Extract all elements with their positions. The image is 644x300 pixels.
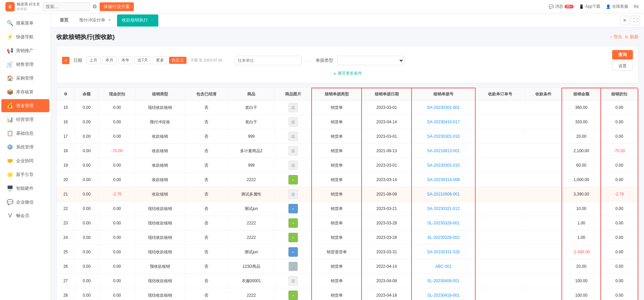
tab-prepay[interactable]: 预付冲应付单 ✕: [74, 14, 116, 27]
bill-no-link[interactable]: SA-20210808-001: [427, 192, 460, 197]
sidebar-item-basic[interactable]: 📋 基础信息: [1, 127, 49, 140]
sidebar-item-system[interactable]: ⚙️ 系统管理: [1, 140, 49, 154]
cell-cash-discount: 0.00: [99, 158, 135, 173]
sidebar-item-inventory[interactable]: 📦 库存核算: [1, 85, 49, 98]
tab-expand-button[interactable]: ⛶: [631, 16, 640, 25]
from-unit-input[interactable]: [235, 56, 302, 65]
cell-writeoff-amount: 1,000.00: [562, 173, 600, 187]
sidebar-item-sales[interactable]: 🛒 销售管理: [1, 58, 49, 71]
bill-no-link[interactable]: SL-20230328-001: [427, 221, 460, 225]
search-input[interactable]: [43, 2, 90, 11]
date-more[interactable]: 更多: [153, 56, 167, 64]
sidebar-item-hardware[interactable]: 🖥️ 智能硬件: [1, 182, 49, 195]
cell-balance: 0.00: [75, 100, 99, 115]
sidebar-item-search[interactable]: 🔍 搜索菜单: [1, 16, 49, 30]
cell-writeoff-amount: 1.00: [562, 230, 600, 245]
date-last-month[interactable]: 上月: [86, 56, 100, 64]
cell-goods: 2222: [228, 288, 275, 300]
sidebar-item-guide[interactable]: 🌟 新手引导: [1, 168, 49, 181]
notifications-button[interactable]: 💬 消息 99+: [549, 4, 574, 9]
tab-close-button[interactable]: ✕: [620, 16, 629, 25]
export-button[interactable]: ↑ 导出: [610, 34, 623, 40]
cell-receipt-condition: [525, 245, 562, 259]
tab-collection-close[interactable]: ✕: [151, 18, 154, 22]
basic-icon: 📋: [7, 130, 13, 136]
app-download-button[interactable]: 📱 App下载: [579, 4, 600, 9]
bill-no-link[interactable]: SA-20230414-017: [427, 120, 460, 124]
bill-no-link[interactable]: ABC-001: [435, 264, 452, 269]
cell-balance: 0.00: [75, 173, 99, 187]
cell-writeoff-discount: 0.00: [601, 202, 638, 216]
bill-type-select[interactable]: [337, 56, 404, 65]
sidebar-item-finance[interactable]: 💰 资金管理: [1, 99, 49, 112]
gear-icon[interactable]: ⚙: [92, 3, 97, 10]
finance-icon: 💰: [7, 102, 13, 109]
cell-balance: 0.00: [75, 115, 99, 129]
tab-prepay-close[interactable]: ✕: [108, 18, 111, 22]
cell-receipt-order-no: [475, 158, 525, 173]
cell-writeoff-type: 现结收款核销: [136, 274, 185, 288]
table-scroll[interactable]: ⚙ 余额 现金折扣 核销类型 包含已结清 商品 商品图片 核销单据类型 核销单据…: [57, 88, 638, 300]
sidebar-item-purchase[interactable]: 🏠 采购管理: [1, 72, 49, 85]
cell-receipt-condition: [525, 259, 562, 274]
cell-goods-img: 🖼: [275, 158, 312, 173]
refresh-button[interactable]: ↻ 刷新: [625, 34, 639, 40]
cell-goods: 123D商品: [228, 259, 275, 274]
sidebar-item-member[interactable]: V 畅会员: [1, 209, 49, 222]
sidebar-item-wechat[interactable]: 💬 企业微信: [1, 196, 49, 209]
cell-cash-discount: -2.76: [99, 187, 135, 202]
cell-contains-settled: 否: [185, 230, 228, 245]
expand-more-button[interactable]: ∨ 展开更多条件: [62, 71, 633, 76]
tab-home[interactable]: 首页: [55, 14, 73, 27]
bill-no-link[interactable]: SL-20230328-002: [427, 235, 460, 240]
date-7days[interactable]: 近7天: [135, 56, 151, 64]
cell-writeoff-amount: 10.00: [562, 202, 600, 216]
sidebar-item-enterprise[interactable]: 🤝 企业协同: [1, 154, 49, 167]
cell-bill-no: SA-20230414-017: [412, 115, 475, 129]
cell-cash-discount: 0.00: [99, 202, 135, 216]
cell-no: 20: [57, 173, 75, 187]
guide-icon: 🌟: [7, 171, 13, 178]
user-profile[interactable]: Rit: [634, 4, 639, 9]
filter-expand-button[interactable]: »: [62, 57, 69, 64]
date-this-year[interactable]: 本年: [118, 56, 132, 64]
bill-no-link[interactable]: SA-20230321-012: [427, 206, 460, 211]
cell-receipt-condition: [525, 144, 562, 158]
col-header-bill-type: 核销单据类型: [312, 88, 362, 100]
date-label: 日期: [73, 57, 82, 63]
plan-button[interactable]: 体验行业方案: [100, 2, 134, 11]
tab-collection[interactable]: 收款核销执行 ✕: [117, 14, 158, 27]
cell-balance: 0.00: [75, 202, 99, 216]
cell-writeoff-type: 现结收款核销: [136, 202, 185, 216]
bill-no-link[interactable]: SA-20230331-026: [427, 250, 460, 254]
settings-button[interactable]: 设置: [612, 61, 633, 71]
cell-bill-date: 2021-08-08: [362, 187, 412, 202]
cell-bill-type: 销货单: [312, 274, 362, 288]
query-button[interactable]: 查询: [612, 50, 633, 59]
table-row: 16 0.00 0.00 预付冲应收 否 老白干 🖼 销货单 2023-04-1…: [57, 115, 638, 129]
bill-no-link[interactable]: SA-20230314-008: [427, 177, 460, 182]
bill-no-link[interactable]: SL-20230418-001: [427, 293, 460, 298]
main-layout: 🔍 搜索菜单 ⚡ 快捷导航 📢 营销推广 🛒 销售管理 🏠 采购管理 📦 库存核…: [0, 13, 644, 300]
bill-no-link[interactable]: SA-20230301-010: [427, 134, 460, 139]
date-this-month[interactable]: 本月: [102, 56, 116, 64]
cell-receipt-condition: [525, 115, 562, 129]
bill-no-link[interactable]: SA-20230301-001: [427, 105, 460, 110]
col-header-settings[interactable]: ⚙: [57, 88, 75, 100]
table-row: 26 0.00 0.00 预收款核销 否 123D商品 🏢 销货单 2022-0…: [57, 259, 638, 274]
bill-no-link[interactable]: SA-20210813-001: [427, 148, 460, 153]
online-service-button[interactable]: 👤 在线客服: [606, 4, 628, 9]
goods-image: ▪: [288, 218, 298, 228]
sidebar-item-business[interactable]: 📊 经营管理: [1, 113, 49, 126]
cell-writeoff-type: 预付冲应收: [136, 115, 185, 129]
bill-no-link[interactable]: SL-20230408-001: [427, 278, 460, 283]
bill-no-link[interactable]: SA-20230301-010: [427, 163, 460, 168]
goods-image: 🖼: [288, 103, 298, 112]
cell-contains-settled: 否: [185, 202, 228, 216]
cell-cash-discount: 0.00: [99, 259, 135, 274]
cell-bill-type: 销货单: [312, 144, 362, 158]
sidebar-item-marketing[interactable]: 📢 营销推广: [1, 44, 49, 57]
sidebar-item-shortcut[interactable]: ⚡ 快捷导航: [1, 30, 49, 43]
cell-bill-date: 2023-04-14: [362, 115, 412, 129]
cell-writeoff-type: 现结收款核销: [136, 216, 185, 230]
